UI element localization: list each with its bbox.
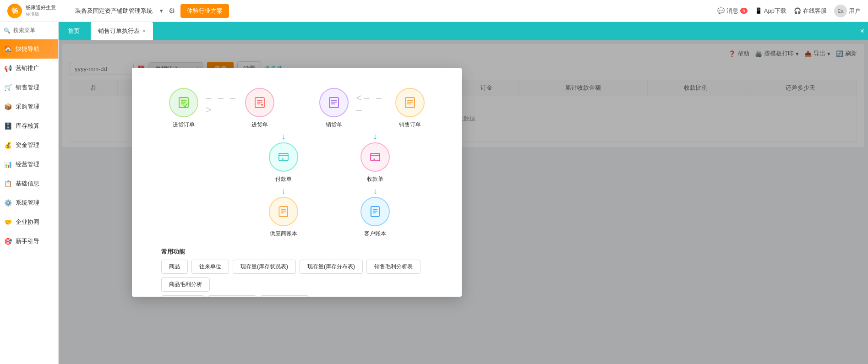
basic-icon: 📋 (4, 179, 12, 188)
payment-label: 付款单 (275, 175, 292, 183)
svg-text:¥: ¥ (373, 157, 376, 161)
search-label: 搜索菜单 (13, 27, 35, 34)
flow-node-receipt[interactable]: ¥ 收款单 (348, 142, 403, 183)
trial-button[interactable]: 体验行业方案 (180, 4, 229, 18)
purchase-bill-label: 进货单 (251, 121, 268, 129)
logo-sub: 标准版 (26, 11, 56, 17)
customer-ledger-label: 客户账本 (364, 230, 386, 238)
flow-mid-arrows: ↓ ↓ (161, 132, 432, 141)
supplier-ledger-icon (269, 197, 298, 226)
sidebar-label-purchase: 采购管理 (16, 103, 39, 111)
sales-icon: 🛒 (4, 83, 12, 92)
system-title: 装备及固定资产辅助管理系统 (75, 7, 153, 15)
tab-bar: 首页 销售订单执行表 × × (59, 22, 868, 40)
flow-bottom-row: 供应商账本 客户账本 (161, 197, 432, 238)
down-arrow-sales: ↓ (348, 132, 403, 141)
flow-node-sales-order[interactable]: 销售订单 (388, 88, 432, 129)
close-all-tabs-icon[interactable]: × (860, 27, 864, 35)
flow-node-purchase-order[interactable]: 进货订单 (161, 88, 206, 129)
sidebar-label-operations: 经营管理 (16, 160, 39, 168)
down-arrow-receipt: ↓ (348, 187, 403, 195)
sidebar-item-purchase[interactable]: 📦 采购管理 (0, 97, 58, 116)
common-functions-row2: 销售排行榜 收款情况统计 付款情况统计 (161, 295, 432, 297)
sidebar-item-basic[interactable]: 📋 基础信息 (0, 174, 58, 193)
arrow-sales-order-to-bill: <– – – (356, 92, 388, 116)
message-badge: 5 (740, 8, 748, 14)
top-bar: 畅 畅康通好生意 标准版 装备及固定资产辅助管理系统 ▾ ⚙ 体验行业方案 💬 … (0, 0, 868, 22)
svg-rect-11 (329, 98, 338, 108)
tab-home[interactable]: 首页 (59, 22, 89, 40)
sidebar-item-enterprise[interactable]: 🤝 企业协同 (0, 212, 58, 232)
common-functions-row1: 商品 往来单位 现存量(库存状况表) 现存量(库存分布表) 销售毛利分析表 商品… (161, 260, 432, 292)
customer-ledger-icon (360, 197, 390, 226)
common-btn-payment-stat[interactable]: 付款情况统计 (260, 295, 309, 297)
receipt-label: 收款单 (367, 175, 383, 183)
search-menu-button[interactable]: 🔍 搜索菜单 (0, 22, 58, 39)
flow-node-supplier-ledger[interactable]: 供应商账本 (256, 197, 311, 238)
sales-bill-label: 销货单 (326, 121, 342, 129)
sales-order-icon (395, 88, 425, 117)
payment-icon: ¥ (269, 142, 298, 172)
sidebar-label-inventory: 库存核算 (16, 122, 39, 130)
common-btn-product-margin[interactable]: 商品毛利分析 (161, 277, 210, 292)
logo-text: 畅康通好生意 (26, 4, 56, 11)
app-download-label: App下载 (764, 7, 786, 15)
svg-rect-15 (405, 98, 415, 108)
common-btn-product[interactable]: 商品 (161, 260, 188, 274)
flow-node-payment[interactable]: ¥ 付款单 (256, 142, 311, 183)
common-functions-title: 常用功能 (161, 248, 432, 256)
tab-label: 销售订单执行表 (98, 27, 140, 35)
flow-top-row: 进货订单 – – –> (161, 88, 432, 129)
purchase-order-label: 进货订单 (173, 121, 195, 129)
tab-sales-order[interactable]: 销售订单执行表 × (91, 22, 153, 40)
dropdown-icon[interactable]: ▾ (160, 7, 163, 14)
message-icon: 💬 (717, 7, 725, 14)
gear-button[interactable]: ⚙ (169, 6, 175, 15)
sales-bill-icon (319, 88, 349, 117)
inventory-icon: 🗄️ (4, 122, 12, 130)
sidebar-item-newbie[interactable]: 🎯 新手引导 (0, 232, 58, 251)
enterprise-icon: 🤝 (4, 218, 12, 226)
flow-lower-arrows: ↓ ↓ (161, 187, 432, 195)
tab-close-icon[interactable]: × (142, 28, 146, 34)
receipt-icon: ¥ (360, 142, 390, 172)
sidebar-item-inventory[interactable]: 🗄️ 库存核算 (0, 116, 58, 136)
sidebar-label-marketing: 营销推广 (16, 64, 39, 72)
common-btn-receipt-stat[interactable]: 收款情况统计 (208, 295, 257, 297)
avatar: Ea (834, 5, 847, 17)
purchase-bill-icon (245, 88, 274, 117)
common-btn-partner[interactable]: 往来单位 (191, 260, 229, 274)
flow-node-sales-bill[interactable]: 销货单 (311, 88, 356, 129)
finance-icon: 💰 (4, 141, 12, 149)
sidebar-item-finance[interactable]: 💰 资金管理 (0, 136, 58, 155)
sidebar-item-marketing[interactable]: 📢 营销推广 (0, 59, 58, 78)
user-avatar-button[interactable]: Ea 用户 (834, 5, 861, 17)
flow-node-purchase-bill[interactable]: 进货单 (238, 88, 282, 129)
message-label: 消息 (726, 7, 738, 15)
common-btn-sales-margin[interactable]: 销售毛利分析表 (366, 260, 420, 274)
logo-area: 畅 畅康通好生意 标准版 (7, 4, 66, 18)
sidebar-item-quick-nav[interactable]: 🏠 快捷导航 (0, 39, 58, 59)
sidebar-item-operations[interactable]: 📊 经营管理 (0, 155, 58, 174)
online-service-button[interactable]: 🎧 在线客服 (794, 7, 827, 15)
modal-overlay[interactable]: 进货订单 – – –> (59, 40, 868, 364)
app-download-button[interactable]: 📱 App下载 (755, 7, 786, 15)
common-btn-stock-status[interactable]: 现存量(库存状况表) (233, 260, 296, 274)
sidebar-label-newbie: 新手引导 (16, 237, 39, 245)
sidebar: 🔍 搜索菜单 🏠 快捷导航 📢 营销推广 🛒 销售管理 📦 采购管理 🗄️ (0, 22, 59, 364)
sidebar-label-quick-nav: 快捷导航 (16, 45, 39, 53)
sidebar-label-basic: 基础信息 (16, 179, 39, 188)
sidebar-item-system[interactable]: ⚙️ 系统管理 (0, 193, 58, 212)
common-btn-stock-dist[interactable]: 现存量(库存分布表) (300, 260, 363, 274)
common-btn-sales-rank[interactable]: 销售排行榜 (161, 295, 204, 297)
logo-icon: 畅 (7, 4, 22, 18)
flow-node-customer-ledger[interactable]: 客户账本 (348, 197, 403, 238)
svg-rect-29 (278, 207, 280, 216)
sidebar-label-system: 系统管理 (16, 199, 39, 207)
message-button[interactable]: 💬 消息 5 (717, 7, 748, 15)
sidebar-item-sales[interactable]: 🛒 销售管理 (0, 78, 58, 97)
arrow-purchase-to-bill: – – –> (206, 92, 237, 116)
sales-order-label: 销售订单 (399, 121, 421, 129)
newbie-icon: 🎯 (4, 237, 12, 245)
svg-rect-25 (279, 206, 288, 217)
